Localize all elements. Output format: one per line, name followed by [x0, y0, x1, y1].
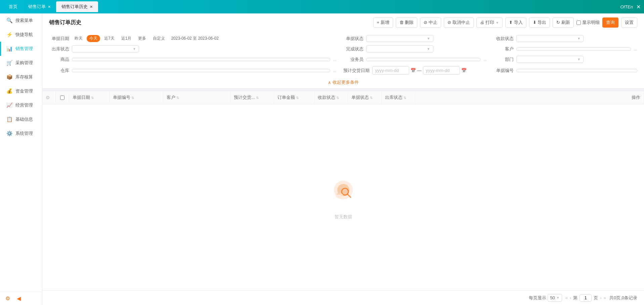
customer-more-icon[interactable]: ...: [634, 46, 637, 51]
sidebar-settings-icon[interactable]: ⚙: [5, 295, 10, 302]
stop-button[interactable]: ⊘ 中止: [420, 17, 441, 28]
print-dropdown-icon[interactable]: ▼: [496, 21, 499, 25]
settings-button[interactable]: 设置: [621, 17, 637, 28]
select-all-checkbox[interactable]: [60, 96, 65, 100]
page-content: 销售订单历史 + 新增 🗑 删除 ⊘ 中止 ⊘ 取消中止: [42, 13, 644, 305]
tab-home[interactable]: 首页: [3, 1, 23, 12]
import-button-label: ⬆ 导入: [509, 20, 523, 26]
date-chip-more[interactable]: 更多: [135, 35, 149, 42]
sidebar-item-search-menu[interactable]: 🔍 搜索菜单: [0, 13, 42, 28]
th-delivery: 预计交货... ⇅: [230, 92, 274, 103]
th-no-sort-icon[interactable]: ⇅: [131, 96, 134, 100]
out-status-arrow-icon: ▼: [133, 47, 136, 51]
sidebar-item-finance[interactable]: 💰 资金管理: [0, 84, 42, 98]
payment-status-control: ▼: [516, 35, 637, 42]
calendar-to-icon[interactable]: 📅: [461, 68, 467, 73]
sidebar-item-purchase-mgmt[interactable]: 🛒 采购管理: [0, 56, 42, 70]
order-no-input[interactable]: [516, 69, 637, 72]
warehouse-more-icon[interactable]: ...: [333, 68, 337, 73]
sidebar-collapse-icon[interactable]: ◀: [17, 295, 21, 302]
sidebar-item-operations[interactable]: 📈 经营管理: [0, 98, 42, 112]
th-date-sort-icon[interactable]: ⇅: [91, 96, 94, 100]
cancel-stop-button[interactable]: ⊘ 取消中止: [444, 17, 474, 28]
tab-bar: 首页 销售订单 ✕ 销售订单历史 ✕: [3, 1, 620, 12]
search-button[interactable]: 查询: [602, 17, 618, 28]
stop-button-label: ⊘ 中止: [424, 20, 437, 26]
th-customer-sort-icon[interactable]: ⇅: [176, 96, 179, 100]
collapse-up-icon: ∧: [328, 80, 331, 85]
empty-illustration: [327, 175, 360, 208]
date-chip-custom[interactable]: 自定义: [150, 35, 168, 42]
filter-row-4: 仓库 ... 预计交货日期 yyyy-mm-dd 📅: [49, 66, 637, 75]
th-date-label: 单据日期: [73, 94, 90, 101]
th-gear[interactable]: ⚙: [42, 92, 56, 103]
order-status-select[interactable]: ▼: [366, 35, 433, 42]
goods-input[interactable]: [72, 58, 330, 61]
th-amount-sort-icon[interactable]: ⇅: [296, 96, 299, 100]
cancel-stop-button-label: ⊘ 取消中止: [447, 20, 470, 26]
next-page-button[interactable]: ›: [600, 295, 601, 300]
show-detail-label[interactable]: 显示明细: [576, 20, 600, 26]
warehouse-input[interactable]: [72, 69, 330, 72]
tab-sales-history-close[interactable]: ✕: [90, 5, 93, 9]
warehouse-control: ...: [72, 68, 337, 73]
date-chip-yesterday[interactable]: 昨天: [72, 35, 85, 42]
collapse-row[interactable]: ∧ 收起更多条件: [49, 78, 637, 88]
page-label: 页: [594, 295, 598, 301]
last-page-button[interactable]: »: [604, 295, 606, 300]
filter-out-status: 出库状态 ▼: [49, 45, 337, 52]
out-status-select[interactable]: ▼: [72, 45, 139, 52]
goods-more-icon[interactable]: ...: [333, 57, 337, 62]
order-no-control: [516, 69, 637, 72]
top-bar-close-icon[interactable]: ✕: [636, 4, 641, 10]
print-button[interactable]: 🖨 打印 ▼: [476, 17, 503, 28]
customer-input[interactable]: [516, 47, 631, 51]
date-chip-today[interactable]: 今天: [87, 35, 100, 42]
tab-home-label: 首页: [9, 4, 17, 10]
date-chip-last7[interactable]: 近7天: [101, 35, 117, 42]
page-number-input[interactable]: [579, 294, 592, 302]
sidebar-item-sales-mgmt[interactable]: 📊 销售管理: [0, 42, 42, 56]
sidebar-item-base-info[interactable]: 📋 基础信息: [0, 112, 42, 126]
refresh-button[interactable]: ↻ 刷新: [553, 17, 574, 28]
prev-page-button[interactable]: ‹: [570, 295, 571, 300]
dept-select[interactable]: ▼: [516, 56, 584, 63]
th-status-sort-icon[interactable]: ⇅: [370, 96, 373, 100]
filter-goods: 商品 ...: [49, 56, 337, 63]
sidebar-item-sales-mgmt-label: 销售管理: [15, 46, 33, 52]
import-button[interactable]: ⬆ 导入: [505, 17, 526, 28]
calendar-from-icon[interactable]: 📅: [411, 68, 416, 73]
gear-icon[interactable]: ⚙: [46, 95, 50, 100]
th-payment-label: 收款状态: [318, 94, 335, 101]
settings-button-label: 设置: [625, 20, 634, 26]
first-page-button[interactable]: «: [565, 295, 568, 300]
th-amount-label: 订单金额: [277, 94, 295, 101]
export-button[interactable]: ⬇ 导出: [529, 17, 550, 28]
salesperson-input[interactable]: [366, 58, 481, 61]
filter-row-1: 单据日期 昨天 今天 近7天 近1月 更多 自定义 2023-06-02 至 2…: [49, 35, 637, 42]
tab-sales-order-close[interactable]: ✕: [48, 5, 51, 9]
th-payment-sort-icon[interactable]: ⇅: [336, 96, 339, 100]
tab-sales-order[interactable]: 销售订单 ✕: [23, 1, 56, 12]
sidebar-item-inventory[interactable]: 📦 库存核算: [0, 70, 42, 84]
tab-sales-history[interactable]: 销售订单历史 ✕: [56, 1, 98, 12]
th-delivery-sort-icon[interactable]: ⇅: [256, 96, 259, 100]
payment-status-select[interactable]: ▼: [516, 35, 584, 42]
salesperson-more-icon[interactable]: ...: [483, 57, 487, 62]
show-detail-checkbox[interactable]: [576, 21, 581, 25]
sidebar-item-quick-nav[interactable]: ⚡ 快捷导航: [0, 28, 42, 42]
sidebar-item-inventory-label: 库存核算: [15, 74, 33, 80]
complete-status-label: 完成状态: [343, 46, 363, 52]
page-size-box[interactable]: 50 ▼: [548, 294, 562, 302]
sidebar-item-base-info-label: 基础信息: [15, 116, 33, 122]
expected-date-from[interactable]: yyyy-mm-dd: [372, 66, 409, 75]
complete-status-select[interactable]: ▼: [366, 45, 433, 52]
quick-nav-icon: ⚡: [6, 32, 13, 38]
sidebar-item-system[interactable]: ⚙️ 系统管理: [0, 126, 42, 141]
delete-button[interactable]: 🗑 删除: [396, 17, 418, 28]
th-out-sort-icon[interactable]: ⇅: [403, 96, 406, 100]
th-check: [56, 93, 69, 103]
expected-date-to[interactable]: yyyy-mm-dd: [423, 66, 460, 75]
date-chip-last1m[interactable]: 近1月: [119, 35, 134, 42]
new-button[interactable]: + 新增: [373, 17, 393, 28]
